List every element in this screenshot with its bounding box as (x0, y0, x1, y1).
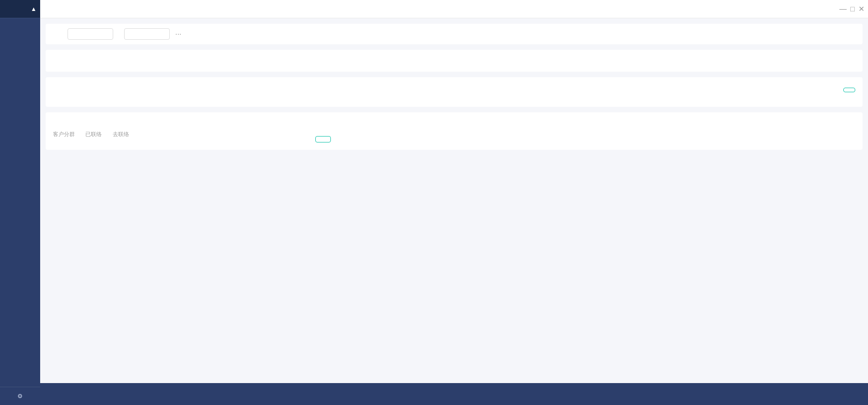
tab-close-icon[interactable]: ✕ (858, 5, 864, 13)
filter-group: ··· (62, 28, 181, 40)
sales-select[interactable] (124, 28, 170, 40)
sales-section-header (53, 84, 855, 92)
sales-section (46, 77, 863, 107)
sidebar-header[interactable]: ▲ (0, 0, 40, 18)
today-followup-col: 客户分群 已联络 去联络 (53, 127, 308, 141)
sidebar: ▲ ⚙ (0, 0, 40, 405)
sidebar-collapse-icon[interactable]: ▲ (31, 5, 37, 12)
content-area: ··· (40, 18, 868, 383)
contacted-label: 已联络 (85, 131, 102, 137)
tab-restore-icon[interactable]: □ (850, 5, 855, 13)
customer-section (46, 50, 863, 72)
main-area: — □ ✕ ··· (40, 0, 868, 405)
section-action (843, 84, 855, 92)
go-followup-btn[interactable] (315, 136, 331, 142)
list-view-btn[interactable] (843, 88, 855, 92)
tab-actions: — □ ✕ (839, 5, 864, 13)
filter-more-icon[interactable]: ··· (175, 30, 181, 38)
tab-bar: — □ ✕ (40, 0, 868, 18)
go-btn-col (315, 127, 331, 142)
bottom-bar (40, 383, 868, 405)
overdue-col (600, 127, 855, 131)
sidebar-gear[interactable]: ⚙ (0, 387, 40, 405)
page-header: ··· (46, 24, 863, 44)
dept-select[interactable] (68, 28, 113, 40)
tab-minimize-icon[interactable]: — (839, 5, 847, 13)
followup-section: 客户分群 已联络 去联络 (46, 112, 863, 150)
go-contact-label: 去联络 (113, 131, 129, 137)
tomorrow-followup-col (338, 127, 593, 131)
client-group-label: 客户分群 (53, 131, 75, 137)
